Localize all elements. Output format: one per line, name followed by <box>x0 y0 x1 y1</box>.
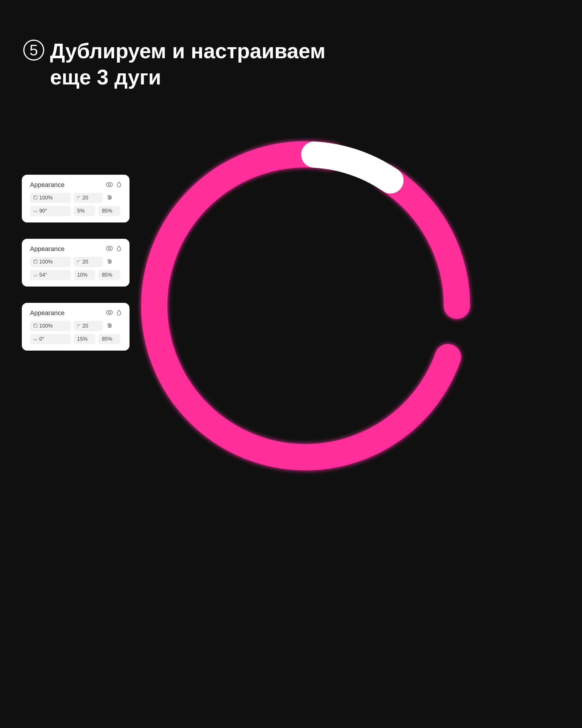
title-line1: Дублируем и настраиваем <box>50 38 325 64</box>
svg-point-32 <box>34 337 37 340</box>
square-icon-3 <box>33 323 37 329</box>
card-2-angle-field[interactable]: 54° <box>30 270 71 280</box>
card-1-radius-value: 20 <box>82 195 88 201</box>
card-1-radius-field[interactable]: 20 <box>74 193 103 203</box>
svg-point-21 <box>34 273 37 276</box>
appearance-card-3: Appearance 100% <box>22 303 130 350</box>
svg-point-18 <box>108 259 109 261</box>
svg-point-9 <box>109 198 110 200</box>
card-2-opacity-field[interactable]: 100% <box>30 257 71 267</box>
card-2-radius-value: 20 <box>82 259 88 265</box>
corner-icon-3 <box>77 324 81 329</box>
step-number: 5 <box>23 40 44 60</box>
svg-point-11 <box>107 246 113 251</box>
svg-point-23 <box>109 312 111 314</box>
arc-icon-1 <box>33 208 37 213</box>
card-3-row2: 0° 15% 85% <box>30 334 121 344</box>
svg-point-30 <box>110 325 111 326</box>
card-1-row1: 100% 20 <box>30 193 121 203</box>
square-icon <box>33 196 37 200</box>
svg-point-31 <box>109 327 110 328</box>
card-3-opacity-field[interactable]: 100% <box>30 321 71 331</box>
eye-icon-2[interactable] <box>106 246 113 252</box>
card-2-angle-value: 54° <box>39 272 47 278</box>
title-text: Дублируем и настраиваем еще 3 дуги <box>50 38 325 90</box>
square-icon-2 <box>33 259 37 264</box>
card-3-radius-value: 20 <box>82 323 88 329</box>
card-2-header: Appearance <box>30 245 121 253</box>
svg-point-12 <box>109 248 111 250</box>
card-1-sliders-icon[interactable] <box>107 194 113 202</box>
svg-rect-3 <box>34 196 35 198</box>
card-3-sliders-icon[interactable] <box>107 323 113 330</box>
card-1-opacity-field[interactable]: 100% <box>30 193 71 203</box>
card-3-val2: 85% <box>102 336 112 342</box>
arc-icon-3 <box>33 337 37 342</box>
arc-icon-2 <box>33 272 37 278</box>
card-2-val1: 10% <box>77 272 88 278</box>
card-1-angle-field[interactable]: 90° <box>30 206 71 216</box>
card-3-title: Appearance <box>30 309 64 317</box>
card-2-row2: 54° 10% 85% <box>30 270 121 280</box>
svg-point-8 <box>110 197 111 198</box>
card-1-title: Appearance <box>30 181 64 189</box>
card-3-angle-value: 0° <box>39 336 44 342</box>
card-3-row1: 100% 20 <box>30 321 121 331</box>
card-1-row2: 90° 5% 85% <box>30 206 121 216</box>
card-3-radius-field[interactable]: 20 <box>74 321 103 331</box>
svg-point-29 <box>108 323 109 325</box>
svg-point-1 <box>109 183 111 185</box>
appearance-card-2: Appearance 100% <box>22 239 130 287</box>
svg-point-10 <box>34 209 37 212</box>
card-2-opacity-value: 100% <box>39 259 53 265</box>
card-1-val1: 5% <box>77 208 85 214</box>
card-2-radius-field[interactable]: 20 <box>74 257 103 267</box>
card-1-val2: 85% <box>102 208 112 214</box>
corner-icon <box>77 196 81 200</box>
card-1-header: Appearance <box>30 181 121 189</box>
card-3-val1: 15% <box>77 336 88 342</box>
svg-point-0 <box>107 182 113 187</box>
title-line2: еще 3 дуги <box>50 64 325 90</box>
svg-point-19 <box>110 261 111 262</box>
card-2-val2: 85% <box>102 272 112 278</box>
card-2-title: Appearance <box>30 245 64 253</box>
card-2-val1-field[interactable]: 10% <box>74 270 95 280</box>
appearance-card-1: Appearance 100% <box>22 175 130 223</box>
ring-visualization <box>116 116 495 495</box>
card-3-opacity-value: 100% <box>39 323 53 329</box>
card-3-header: Appearance <box>30 309 121 317</box>
corner-icon-2 <box>77 260 81 264</box>
card-1-val1-field[interactable]: 5% <box>74 206 95 216</box>
eye-icon-3[interactable] <box>106 310 113 316</box>
title-area: 5 Дублируем и настраиваем еще 3 дуги <box>23 38 325 90</box>
eye-icon[interactable] <box>106 182 113 188</box>
card-1-angle-value: 90° <box>39 208 47 214</box>
card-3-angle-field[interactable]: 0° <box>30 334 71 344</box>
svg-point-7 <box>108 196 109 197</box>
card-1-opacity-value: 100% <box>39 195 53 201</box>
ring-svg <box>116 116 495 495</box>
card-3-val1-field[interactable]: 15% <box>74 334 95 344</box>
svg-rect-25 <box>34 324 35 326</box>
svg-point-20 <box>109 262 110 263</box>
svg-rect-14 <box>34 260 35 261</box>
card-2-row1: 100% 20 <box>30 257 121 267</box>
svg-point-22 <box>107 310 113 315</box>
card-2-sliders-icon[interactable] <box>107 259 113 266</box>
